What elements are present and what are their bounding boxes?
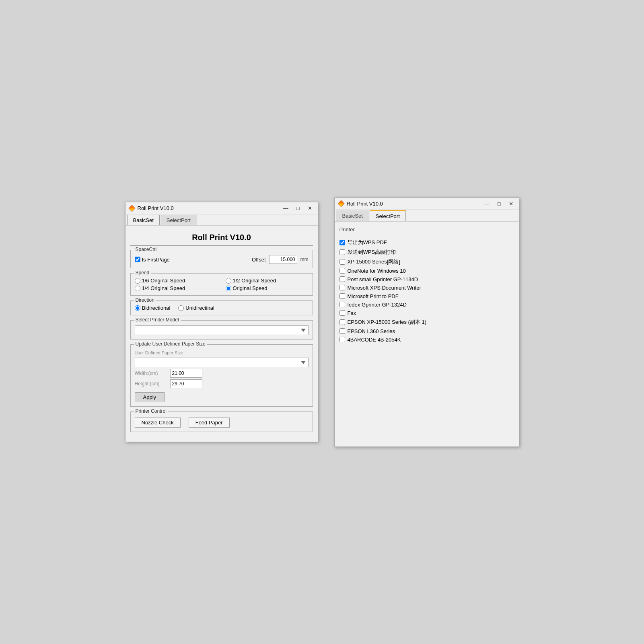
direction-radio-2[interactable]: [178, 305, 184, 311]
spacectrl-group: SpaceCtrl Is FirstPage Offset mm: [130, 250, 313, 268]
speed-radio-2[interactable]: [226, 278, 231, 284]
printer-checkbox-4[interactable]: [339, 276, 345, 282]
printer-checkbox-2[interactable]: [339, 259, 345, 265]
left-tabs-bar: BasicSet SelectPort: [126, 214, 318, 226]
printer-checkbox-8[interactable]: [339, 310, 345, 316]
speed-group: Speed 1/6 Original Speed 1/2 Original Sp…: [130, 273, 313, 296]
printer-item-3[interactable]: OneNote for Windows 10: [339, 267, 514, 275]
left-maximize-btn[interactable]: □: [294, 205, 302, 212]
printer-label-6: Microsoft Print to PDF: [348, 293, 399, 299]
printer-label-4: Post small Gprinter GP-1134D: [348, 276, 418, 282]
paper-size-select[interactable]: [135, 358, 309, 367]
direction-label: Direction: [134, 297, 156, 303]
paper-size-group: Update User Defined Paper Size User Defi…: [130, 344, 313, 407]
direction-option-2[interactable]: Unidirectinal: [178, 305, 214, 311]
printer-item-7[interactable]: fedex Gprinter GP-1324D: [339, 300, 514, 309]
offset-label: Offset: [252, 257, 265, 263]
is-firstpage-label: Is FirstPage: [142, 257, 170, 263]
speed-radio-1[interactable]: [135, 278, 140, 284]
spacectrl-row: Is FirstPage Offset mm: [135, 255, 309, 264]
right-close-btn[interactable]: ✕: [506, 200, 516, 207]
apply-button[interactable]: Apply: [135, 392, 165, 402]
offset-unit: mm: [300, 257, 309, 262]
user-defined-paper-label: User Defined Paper Size: [135, 350, 309, 355]
printer-checkbox-9[interactable]: [339, 319, 345, 325]
printer-item-8[interactable]: Fax: [339, 309, 514, 317]
printer-label-10: EPSON L360 Series: [348, 328, 395, 334]
printer-checkbox-3[interactable]: [339, 268, 345, 274]
spacectrl-label: SpaceCtrl: [134, 247, 158, 252]
left-tab-basicset[interactable]: BasicSet: [127, 215, 160, 225]
printer-item-1[interactable]: 发送到WPS高级打印: [339, 247, 514, 257]
printer-label-7: fedex Gprinter GP-1324D: [348, 302, 407, 308]
left-tab-selectport[interactable]: SelectPort: [160, 215, 197, 225]
printer-item-11[interactable]: 4BARCODE 4B-2054K: [339, 335, 514, 344]
left-window-controls: — □ ✕: [281, 205, 315, 212]
direction-radio-1[interactable]: [135, 305, 140, 311]
is-firstpage-checkbox[interactable]: [135, 257, 140, 262]
printer-control-label: Printer Control: [134, 408, 168, 414]
printer-item-6[interactable]: Microsoft Print to PDF: [339, 292, 514, 300]
speed-option-4[interactable]: Original Speed: [226, 285, 309, 291]
printer-checkbox-1[interactable]: [339, 249, 345, 255]
app-icon-left: [129, 205, 135, 212]
right-title: Roll Print V10.0: [347, 201, 479, 207]
left-close-btn[interactable]: ✕: [305, 205, 315, 212]
paper-size-group-label: Update User Defined Paper Size: [134, 341, 207, 347]
printer-list: 导出为WPS PDF 发送到WPS高级打印 XP-15000 Series[网络…: [339, 238, 514, 344]
left-titlebar: Roll Print V10.0 — □ ✕: [126, 202, 318, 214]
right-tab-selectport[interactable]: SelectPort: [370, 210, 406, 221]
right-tabs-bar: BasicSet SelectPort: [335, 210, 519, 222]
speed-option-1[interactable]: 1/6 Original Speed: [135, 278, 218, 284]
printer-label-3: OneNote for Windows 10: [348, 268, 406, 274]
direction-group: Direction Bidirectional Unidirectinal: [130, 300, 313, 315]
printer-checkbox-6[interactable]: [339, 293, 345, 299]
printer-checkbox-11[interactable]: [339, 337, 345, 342]
printer-model-select[interactable]: [135, 325, 309, 335]
nozzle-check-button[interactable]: Nozzle Check: [135, 418, 181, 428]
offset-input[interactable]: [269, 255, 297, 264]
left-content: Roll Print V10.0 SpaceCtrl Is FirstPage …: [126, 226, 318, 442]
printer-checkbox-7[interactable]: [339, 302, 345, 307]
direction-option-1[interactable]: Bidirectional: [135, 305, 171, 311]
right-window: Roll Print V10.0 — □ ✕ BasicSet SelectPo…: [334, 198, 519, 447]
left-title: Roll Print V10.0: [138, 205, 278, 211]
feed-paper-button[interactable]: Feed Paper: [189, 418, 230, 428]
printer-label-11: 4BARCODE 4B-2054K: [348, 337, 401, 343]
printer-item-5[interactable]: Microsoft XPS Document Writer: [339, 284, 514, 292]
printer-checkbox-0[interactable]: [339, 240, 345, 245]
printer-item-4[interactable]: Post small Gprinter GP-1134D: [339, 275, 514, 284]
printer-label-9: EPSON XP-15000 Series (副本 1): [348, 319, 427, 326]
speed-radio-4[interactable]: [226, 286, 231, 291]
paper-size-select-wrapper: [135, 358, 309, 367]
right-minimize-btn[interactable]: —: [482, 200, 492, 207]
width-input[interactable]: [170, 369, 202, 378]
right-titlebar: Roll Print V10.0 — □ ✕: [335, 198, 519, 210]
printer-label-0: 导出为WPS PDF: [348, 239, 387, 246]
printer-item-0[interactable]: 导出为WPS PDF: [339, 238, 514, 247]
desktop: Roll Print V10.0 — □ ✕ BasicSet SelectPo…: [0, 0, 644, 644]
left-window: Roll Print V10.0 — □ ✕ BasicSet SelectPo…: [125, 202, 318, 442]
printer-section-label: Printer: [339, 225, 514, 235]
printer-label-1: 发送到WPS高级打印: [348, 249, 396, 256]
printer-control-row: Nozzle Check Feed Paper: [135, 418, 309, 428]
printer-checkbox-5[interactable]: [339, 285, 345, 290]
printer-item-2[interactable]: XP-15000 Series[网络]: [339, 257, 514, 267]
right-maximize-btn[interactable]: □: [495, 200, 503, 207]
printer-label-2: XP-15000 Series[网络]: [348, 258, 401, 265]
printer-model-select-wrapper: [135, 325, 309, 335]
printer-item-10[interactable]: EPSON L360 Series: [339, 327, 514, 335]
printer-checkbox-10[interactable]: [339, 328, 345, 334]
speed-radio-3[interactable]: [135, 286, 140, 291]
speed-option-3[interactable]: 1/4 Original Speed: [135, 285, 218, 291]
is-firstpage-checkbox-label[interactable]: Is FirstPage: [135, 257, 170, 263]
right-window-controls: — □ ✕: [482, 200, 516, 207]
left-minimize-btn[interactable]: —: [281, 205, 291, 212]
printer-item-9[interactable]: EPSON XP-15000 Series (副本 1): [339, 317, 514, 327]
printer-label-8: Fax: [348, 310, 356, 316]
right-tab-basicset[interactable]: BasicSet: [336, 210, 369, 221]
height-input[interactable]: [170, 379, 202, 388]
width-label: Width:(cm): [135, 370, 167, 376]
speed-option-2[interactable]: 1/2 Original Speed: [226, 278, 309, 284]
printer-model-label: Select Prniter Model: [134, 317, 181, 323]
